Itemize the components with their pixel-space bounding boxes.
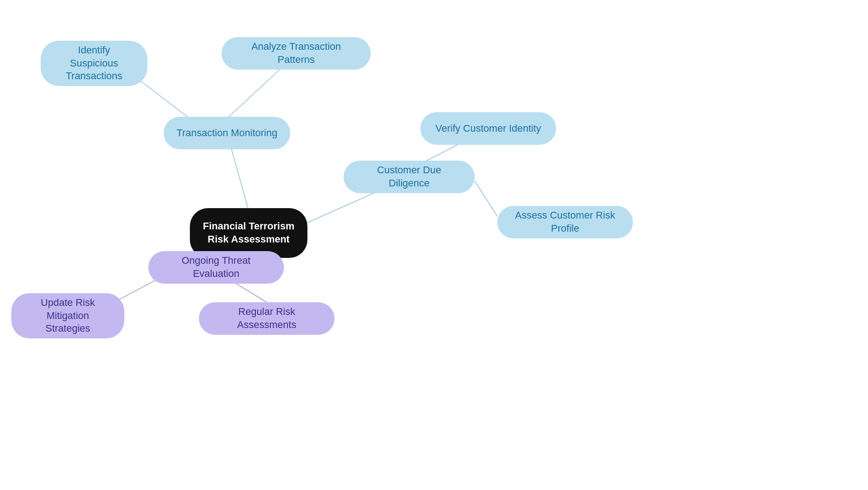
ongoing-threat-node: Ongoing Threat Evaluation (148, 251, 284, 284)
assess-risk-node: Assess Customer Risk Profile (497, 206, 633, 238)
verify-identity-label: Verify Customer Identity (435, 122, 541, 135)
transaction-monitoring-node: Transaction Monitoring (164, 117, 290, 149)
analyze-patterns-node: Analyze Transaction Patterns (222, 37, 371, 70)
central-node: Financial Terrorism Risk Assessment (190, 208, 307, 258)
identify-suspicious-node: Identify Suspicious Transactions (41, 41, 147, 86)
regular-assessments-node: Regular Risk Assessments (199, 302, 335, 335)
update-mitigation-node: Update Risk Mitigation Strategies (11, 293, 124, 338)
central-node-label: Financial Terrorism Risk Assessment (203, 220, 295, 246)
assess-risk-label: Assess Customer Risk Profile (510, 209, 620, 235)
verify-identity-node: Verify Customer Identity (420, 112, 556, 145)
update-mitigation-label: Update Risk Mitigation Strategies (24, 296, 112, 335)
identify-suspicious-label: Identify Suspicious Transactions (53, 44, 135, 83)
regular-assessments-label: Regular Risk Assessments (212, 305, 322, 331)
customer-due-diligence-label: Customer Due Diligence (356, 164, 462, 190)
svg-line-5 (475, 181, 497, 216)
ongoing-threat-label: Ongoing Threat Evaluation (161, 254, 271, 280)
analyze-patterns-label: Analyze Transaction Patterns (234, 40, 358, 66)
customer-due-diligence-node: Customer Due Diligence (344, 161, 475, 193)
transaction-monitoring-label: Transaction Monitoring (177, 127, 278, 140)
